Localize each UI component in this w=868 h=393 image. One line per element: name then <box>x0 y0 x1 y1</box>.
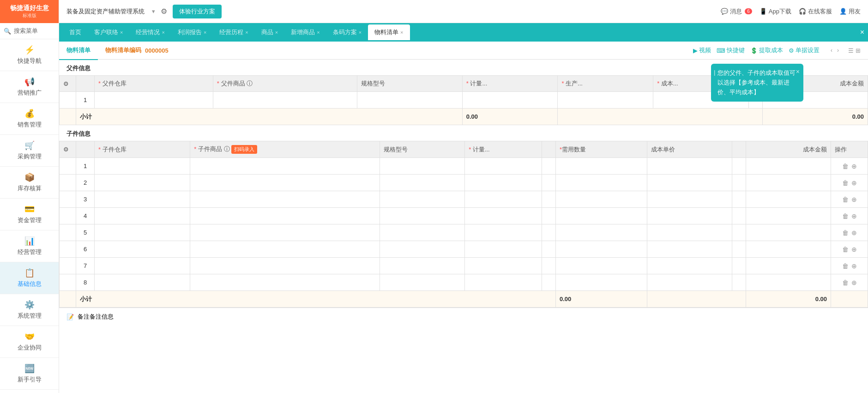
child-row1-warehouse[interactable] <box>95 158 190 175</box>
tab-history[interactable]: 经营历程 × <box>213 24 254 40</box>
delete-icon-1[interactable]: 🗑 <box>842 163 849 170</box>
system-dropdown-icon[interactable]: ▾ <box>152 8 155 15</box>
copy-icon-2[interactable]: ⊕ <box>851 179 857 187</box>
child-row1-spec[interactable] <box>380 158 465 175</box>
tab-bom[interactable]: 物料清单 × <box>368 24 410 40</box>
child-row5-qty[interactable] <box>556 224 647 241</box>
parent-row1-warehouse[interactable] <box>95 92 213 109</box>
child-row4-unit[interactable] <box>465 208 542 224</box>
child-row8-unit-cost[interactable] <box>647 274 732 291</box>
child-row7-unit[interactable] <box>465 258 542 274</box>
tab-home[interactable]: 首页 <box>63 24 88 40</box>
copy-icon-7[interactable]: ⊕ <box>851 262 857 270</box>
child-row8-qty[interactable] <box>556 274 647 291</box>
child-row4-qty[interactable] <box>556 208 647 224</box>
copy-icon-1[interactable]: ⊕ <box>851 163 857 170</box>
child-row1-unit-cost[interactable] <box>647 158 732 175</box>
delete-icon-2[interactable]: 🗑 <box>842 179 849 187</box>
delete-icon-8[interactable]: 🗑 <box>842 279 849 286</box>
video-action[interactable]: ▶ 视频 <box>693 46 711 54</box>
child-row4-spec[interactable] <box>380 208 465 224</box>
single-settings-action[interactable]: ⚙ 单据设置 <box>789 46 820 54</box>
tab-customer-close[interactable]: × <box>120 30 123 35</box>
settings-icon[interactable]: ⚙ <box>161 7 167 16</box>
delete-icon-4[interactable]: 🗑 <box>842 212 849 220</box>
sidebar-item-guide[interactable]: 🆕 新手引导 <box>0 358 59 390</box>
child-row4-warehouse[interactable] <box>95 208 190 224</box>
tab-goods[interactable]: 商品 × <box>255 24 284 40</box>
child-row3-qty[interactable] <box>556 191 647 208</box>
sidebar-item-purchase[interactable]: 🛒 采购管理 <box>0 135 59 167</box>
tab-profit[interactable]: 利润报告 × <box>171 24 213 40</box>
prev-arrow[interactable]: ‹ <box>829 46 834 54</box>
child-row5-unit-cost[interactable] <box>647 224 732 241</box>
child-row6-product[interactable] <box>190 241 380 258</box>
tab-new-goods[interactable]: 新增商品 × <box>284 24 326 40</box>
child-row2-unit-cost[interactable] <box>647 175 732 191</box>
child-row4-product[interactable] <box>190 208 380 224</box>
parent-row1-production[interactable] <box>558 92 653 109</box>
sidebar-item-quick-nav[interactable]: ⚡ 快捷导航 <box>0 39 59 71</box>
child-row7-product[interactable] <box>190 258 380 274</box>
child-row6-unit-cost[interactable] <box>647 241 732 258</box>
child-row4-unit-cost[interactable] <box>647 208 732 224</box>
child-col-settings[interactable]: ⚙ <box>60 141 76 158</box>
tab-profit-close[interactable]: × <box>204 30 206 35</box>
sidebar-item-sales[interactable]: 💰 销售管理 <box>0 103 59 135</box>
child-row8-spec[interactable] <box>380 274 465 291</box>
child-row1-product[interactable] <box>190 158 380 175</box>
child-row2-qty[interactable] <box>556 175 647 191</box>
sidebar-item-system[interactable]: ⚙️ 系统管理 <box>0 294 59 326</box>
child-row2-product[interactable] <box>190 175 380 191</box>
child-row2-warehouse[interactable] <box>95 175 190 191</box>
support-action[interactable]: 🎧 在线客服 <box>799 7 832 16</box>
tab-customer[interactable]: 客户联络 × <box>88 24 129 40</box>
child-row6-warehouse[interactable] <box>95 241 190 258</box>
tab-operations[interactable]: 经营情况 × <box>129 24 171 40</box>
delete-icon-6[interactable]: 🗑 <box>842 246 849 253</box>
tab-bom-close[interactable]: × <box>400 30 403 35</box>
parent-col-settings[interactable]: ⚙ <box>60 76 76 92</box>
tab-goods-close[interactable]: × <box>275 30 278 35</box>
list-view-icon[interactable]: ☰ <box>848 47 854 54</box>
close-all-tabs[interactable]: × <box>860 28 864 36</box>
child-row8-warehouse[interactable] <box>95 274 190 291</box>
user-action[interactable]: 👤 用友 <box>839 7 861 16</box>
sidebar-item-operations[interactable]: 📊 经营管理 <box>0 230 59 262</box>
sub-tab-bom-list[interactable]: 物料清单 <box>59 42 98 60</box>
child-row3-unit-cost[interactable] <box>647 191 732 208</box>
child-row3-unit[interactable] <box>465 191 542 208</box>
sidebar-item-basic[interactable]: 📋 基础信息 <box>0 262 59 294</box>
trial-button[interactable]: 体验行业方案 <box>173 5 222 18</box>
sidebar-item-finance[interactable]: 💳 资金管理 <box>0 199 59 230</box>
child-row1-qty[interactable] <box>556 158 647 175</box>
child-row7-spec[interactable] <box>380 258 465 274</box>
child-row2-unit[interactable] <box>465 175 542 191</box>
sidebar-search[interactable]: 🔍 搜索菜单 <box>0 23 59 39</box>
child-row6-qty[interactable] <box>556 241 647 258</box>
delete-icon-5[interactable]: 🗑 <box>842 229 849 236</box>
tab-barcode[interactable]: 条码方案 × <box>326 24 368 40</box>
child-row7-warehouse[interactable] <box>95 258 190 274</box>
grid-view-icon[interactable]: ⊞ <box>856 47 861 54</box>
copy-icon-8[interactable]: ⊕ <box>851 279 857 286</box>
child-row8-unit[interactable] <box>465 274 542 291</box>
copy-icon-6[interactable]: ⊕ <box>851 246 857 253</box>
child-row5-product[interactable] <box>190 224 380 241</box>
child-row3-product[interactable] <box>190 191 380 208</box>
next-arrow[interactable]: › <box>835 46 841 54</box>
child-row7-qty[interactable] <box>556 258 647 274</box>
copy-icon-4[interactable]: ⊕ <box>851 212 857 220</box>
child-row5-spec[interactable] <box>380 224 465 241</box>
shortcut-action[interactable]: ⌨ 快捷键 <box>717 46 745 54</box>
parent-row1-unit[interactable] <box>462 92 558 109</box>
parent-row1-spec[interactable] <box>357 92 462 109</box>
sidebar-item-inventory[interactable]: 📦 库存核算 <box>0 167 59 199</box>
cost-action[interactable]: 💲 提取成本 <box>750 46 783 54</box>
message-action[interactable]: 💬 消息 6 <box>721 7 752 16</box>
tab-barcode-close[interactable]: × <box>359 30 362 35</box>
child-row8-product[interactable] <box>190 274 380 291</box>
child-row1-unit[interactable] <box>465 158 542 175</box>
delete-icon-7[interactable]: 🗑 <box>842 262 849 270</box>
child-row3-spec[interactable] <box>380 191 465 208</box>
